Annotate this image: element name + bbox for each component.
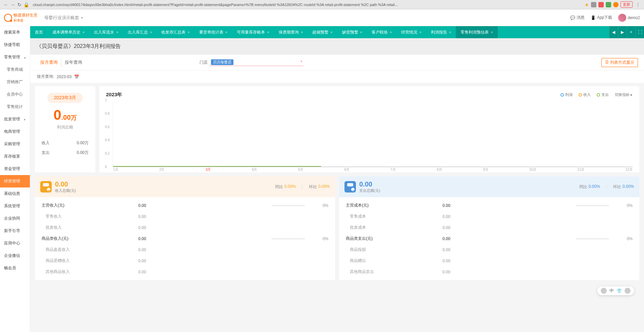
sidebar-item[interactable]: 基础信息: [0, 187, 30, 200]
close-icon[interactable]: ×: [267, 30, 269, 34]
tab[interactable]: 零售利润预估表×: [456, 26, 497, 38]
app-header: 畅捷通好生意 标准版 母婴行业演示账套 ▾ 💬消息 📱App下载 demo2: [0, 9, 644, 26]
sidebar-item[interactable]: 资金管理: [0, 163, 30, 175]
sidebar-item[interactable]: 企业微信: [0, 250, 30, 262]
detail-sub-row: 其他商品支出0.00: [339, 266, 639, 277]
tab-close-all[interactable]: ×: [627, 26, 635, 38]
close-icon[interactable]: ×: [360, 30, 362, 34]
close-icon[interactable]: ×: [225, 30, 227, 34]
sidebar-item[interactable]: 搜索菜单: [0, 26, 30, 39]
chevron-up-icon: ▴: [24, 56, 26, 59]
sidebar-item[interactable]: 批发管理▸: [0, 113, 30, 125]
tab[interactable]: 保质期查询×: [274, 26, 308, 38]
sidebar-item[interactable]: 采购管理: [0, 138, 30, 150]
tab[interactable]: 利润报告×: [426, 26, 456, 38]
sidebar-item[interactable]: 系统管理: [0, 200, 30, 212]
income-icon: +: [40, 181, 52, 192]
app-download-link[interactable]: 📱App下载: [591, 15, 612, 20]
sidebar-item[interactable]: 经营管理: [0, 175, 30, 187]
chevron-down-icon: ▾: [81, 16, 83, 19]
filter-tab-year[interactable]: 按年查询: [61, 58, 86, 67]
expense-total: 0.00: [359, 180, 380, 188]
x-tick: 1月: [113, 167, 118, 172]
extension-icon[interactable]: [591, 2, 596, 7]
extension-icon[interactable]: [606, 2, 611, 7]
chart-title: 2023年: [106, 92, 122, 98]
tab[interactable]: 出入库汇总×: [123, 26, 157, 38]
sidebar-item[interactable]: 零售管理▴: [0, 51, 30, 63]
chart-plot: 1月2月3月4月5月6月7月8月9月10月11月12月 10.80.60.40.…: [113, 100, 633, 167]
store-selector[interactable]: 贝贝母婴店 ▾: [210, 59, 304, 66]
sidebar-item[interactable]: 畅会员: [0, 262, 30, 274]
tab-prev[interactable]: ◀: [609, 26, 618, 38]
calendar-icon[interactable]: 📅: [74, 74, 79, 79]
legend-profit[interactable]: 利润: [560, 92, 573, 97]
close-icon[interactable]: ×: [187, 30, 190, 34]
update-button[interactable]: 更新: [621, 1, 633, 8]
extension-icon[interactable]: [613, 2, 619, 7]
sidebar-item[interactable]: 会员中心: [0, 88, 30, 101]
filter-tab-month[interactable]: 按月查询: [37, 58, 61, 67]
tab[interactable]: 经营情况×: [396, 26, 426, 38]
tab[interactable]: 超储预警×: [308, 26, 337, 38]
close-icon[interactable]: ×: [301, 30, 303, 34]
y-tick: 0: [105, 165, 107, 169]
user-menu[interactable]: demo2: [618, 14, 640, 22]
sidebar-item[interactable]: 快捷导航: [0, 39, 30, 51]
sidebar-item[interactable]: 营销推广: [0, 76, 30, 88]
account-set-selector[interactable]: 母婴行业演示账套 ▾: [44, 15, 83, 21]
language-switcher[interactable]: 中 👕: [597, 286, 634, 295]
tab[interactable]: 缺货预警×: [337, 26, 367, 38]
x-tick: 5月: [298, 167, 304, 172]
tab[interactable]: 要货单统计表×: [195, 26, 232, 38]
tab[interactable]: 可用量库存账本×: [232, 26, 274, 38]
sidebar-item[interactable]: 新手引导: [0, 225, 30, 237]
legend-expense[interactable]: 支出: [597, 92, 609, 97]
tab[interactable]: 收发存汇总表×: [157, 26, 194, 38]
extension-icon[interactable]: [598, 2, 604, 7]
list-view-button[interactable]: ☰ 列表方式显示: [601, 58, 638, 67]
sidebar-item[interactable]: 库存核算: [0, 150, 30, 163]
fullscreen[interactable]: ⛶: [635, 26, 644, 38]
chart-card: 2023年 利润 收入 支出 切换指标 ▸ 1月2月3月4月5月6月7月8月9月…: [99, 86, 639, 172]
close-icon[interactable]: ×: [116, 30, 118, 34]
detail-sub-row: 其他商品收入0.00: [35, 266, 335, 277]
browser-chrome: ← → ↻ 🔒 cloud.chanjet.com/nsy/d400174daq…: [0, 0, 644, 9]
profit-total-label: 利润总额: [40, 124, 91, 130]
back-button[interactable]: ←: [3, 2, 9, 7]
tab[interactable]: 成本调整单历史×: [48, 26, 89, 38]
expense-icon: −: [344, 181, 356, 192]
sidebar-item[interactable]: 零售统计: [0, 101, 30, 113]
x-tick: 2月: [159, 167, 165, 172]
sidebar-item[interactable]: 应用中心: [0, 237, 30, 250]
sidebar-item[interactable]: 企业协同: [0, 212, 30, 225]
globe-icon: [601, 288, 607, 294]
close-icon[interactable]: ×: [330, 30, 332, 34]
bookmark-icon[interactable]: ★: [585, 2, 589, 7]
messages-link[interactable]: 💬消息: [570, 15, 585, 20]
tab-next[interactable]: ▶: [618, 26, 627, 38]
income-total: 0.00: [55, 180, 76, 188]
close-icon[interactable]: ×: [491, 30, 493, 34]
menu-icon[interactable]: ⋮: [635, 2, 641, 7]
close-icon[interactable]: ×: [419, 30, 421, 34]
switch-metric[interactable]: 切换指标 ▸: [615, 92, 633, 97]
close-icon[interactable]: ×: [150, 30, 152, 34]
sidebar: 搜索菜单快捷导航零售管理▴零售商城营销推广会员中心零售统计批发管理▸电商管理采购…: [0, 26, 30, 332]
tab[interactable]: 首页: [30, 26, 48, 38]
close-icon[interactable]: ×: [390, 30, 392, 34]
tool-icon: [625, 288, 631, 294]
reload-button[interactable]: ↻: [16, 2, 23, 7]
tab[interactable]: 客户联络×: [367, 26, 396, 38]
progress-bar: [271, 238, 305, 239]
forward-button[interactable]: →: [9, 2, 16, 7]
y-tick: 0.8: [105, 111, 110, 115]
close-icon[interactable]: ×: [449, 30, 451, 34]
tab[interactable]: 出入库流水×: [89, 26, 123, 38]
detail-row: 主营收入(元)0.000%: [35, 200, 335, 211]
url-bar[interactable]: cloud.chanjet.com/nsy/d400174daqxn/i0ie3…: [33, 3, 585, 7]
close-icon[interactable]: ×: [83, 30, 85, 34]
legend-income[interactable]: 收入: [579, 92, 591, 97]
sidebar-item[interactable]: 电商管理: [0, 125, 30, 138]
sidebar-item[interactable]: 零售商城: [0, 63, 30, 76]
